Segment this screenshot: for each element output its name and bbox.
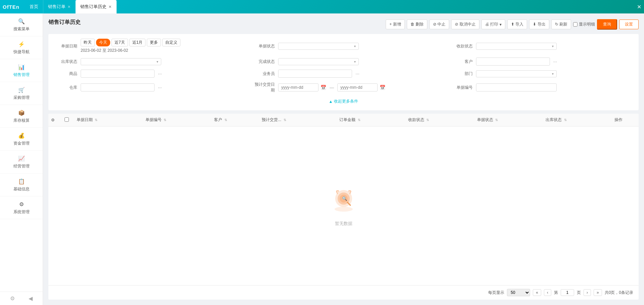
goods-control: ··· <box>81 70 238 78</box>
stop-button[interactable]: ⊘ 中止 <box>429 20 449 29</box>
date-btn-yesterday[interactable]: 昨天 <box>81 39 95 46</box>
status-control: ▾ <box>278 43 435 50</box>
order-no-label: 单据编号 <box>449 85 476 90</box>
new-button[interactable]: + 新增 <box>386 20 404 29</box>
sidebar-settings-icon[interactable]: ⚙ <box>10 295 15 302</box>
receipt-status-control: ▾ <box>476 43 633 50</box>
customer-label: 客户 <box>449 59 476 65</box>
top-bar: OfTEn 首页 销售订单 ✕ 销售订单历史 ✕ ✕ <box>0 0 644 13</box>
out-status-select[interactable]: ▾ <box>81 58 161 65</box>
warehouse-ellipsis-icon[interactable]: ··· <box>157 84 163 91</box>
first-page-btn[interactable]: « <box>533 289 541 296</box>
page-size-select[interactable]: 50 10 20 100 <box>507 289 530 296</box>
receipt-status-select[interactable]: ▾ <box>476 43 557 50</box>
status-arrow-icon: ▾ <box>354 44 356 48</box>
date-btn-custom[interactable]: 自定义 <box>162 39 180 46</box>
th-customer[interactable]: 客户 ⇅ <box>211 114 259 126</box>
goods-input[interactable] <box>81 70 155 78</box>
sidebar-item-purchase-mgmt[interactable]: 🛒 采购管理 <box>0 82 43 105</box>
quick-nav-icon: ⚡ <box>18 40 25 48</box>
th-order-status[interactable]: 单据状态 ⇅ <box>474 114 543 126</box>
tab-bar: 首页 销售订单 ✕ 销售订单历史 ✕ <box>25 0 117 13</box>
tab-sales-history[interactable]: 销售订单历史 ✕ <box>76 0 117 13</box>
refresh-button[interactable]: ↻ 刷新 <box>551 20 571 29</box>
date-btn-1month[interactable]: 近1月 <box>129 39 146 46</box>
last-page-btn[interactable]: » <box>594 289 602 296</box>
tab-home[interactable]: 首页 <box>25 0 43 13</box>
sidebar-item-quick-nav[interactable]: ⚡ 快捷导航 <box>0 36 43 59</box>
th-out-status[interactable]: 出库状态 ⇅ <box>543 114 612 126</box>
staff-input[interactable] <box>278 70 352 78</box>
status-select[interactable]: ▾ <box>278 43 359 50</box>
date-label: 单据日期 <box>54 43 81 49</box>
order-no-input[interactable] <box>476 83 557 91</box>
collapse-link[interactable]: ▲ 收起更多条件 <box>54 97 633 106</box>
complete-status-label: 完成状态 <box>251 59 278 65</box>
staff-ellipsis-icon[interactable]: ··· <box>354 70 361 77</box>
delete-button[interactable]: 🗑 删除 <box>407 20 427 29</box>
sidebar-collapse-icon[interactable]: ◀ <box>29 295 33 302</box>
print-button[interactable]: 🖨 打印 ▾ <box>481 20 505 29</box>
page-number-input[interactable] <box>561 289 574 296</box>
query-button[interactable]: 查询 <box>597 19 617 30</box>
th-order-no[interactable]: 单据编号 ⇅ <box>143 114 212 126</box>
out-status-control: ▾ <box>81 58 238 65</box>
goods-ellipsis-icon[interactable]: ··· <box>157 70 163 77</box>
pagination-bar: 每页显示 50 10 20 100 « ‹ 第 页 › » 共0页，0条记录 <box>48 285 639 300</box>
inventory-icon: 📦 <box>18 109 25 116</box>
show-detail-checkbox-label[interactable]: 显示明细 <box>573 22 595 27</box>
out-status-arrow-icon: ▾ <box>157 60 158 64</box>
search-menu-icon: 🔍 <box>18 17 25 25</box>
date-btn-more[interactable]: 更多 <box>147 39 161 46</box>
th-date[interactable]: 单据日期 ⇅ <box>74 114 143 126</box>
sidebar-item-finance[interactable]: 💰 资金管理 <box>0 128 43 151</box>
status-label: 单据状态 <box>251 43 278 49</box>
customer-input[interactable] <box>476 58 550 66</box>
th-action: 操作 <box>612 114 639 126</box>
th-amount[interactable]: 订单金额 ⇅ <box>337 114 405 126</box>
dept-select[interactable]: ▾ <box>476 70 557 77</box>
warehouse-control: ··· <box>81 83 238 91</box>
th-receipt-status[interactable]: 收款状态 ⇅ <box>405 114 474 126</box>
export-button[interactable]: ⬇ 导出 <box>529 20 549 29</box>
prev-page-btn[interactable]: ‹ <box>544 289 551 296</box>
delivery-end-input[interactable] <box>337 83 378 91</box>
customer-ellipsis-icon[interactable]: ··· <box>552 58 559 65</box>
cancel-stop-button[interactable]: ⊘ 取消中止 <box>451 20 479 29</box>
sidebar-item-operations[interactable]: 📈 经营管理 <box>0 151 43 174</box>
empty-text: 暂无数据 <box>335 221 352 227</box>
import-button[interactable]: ⬆ 导入 <box>507 20 527 29</box>
close-sales-history-tab[interactable]: ✕ <box>109 5 112 9</box>
staff-label: 业务员 <box>251 71 278 77</box>
sidebar-item-sys-mgmt[interactable]: ⚙ 系统管理 <box>0 196 43 219</box>
complete-status-arrow-icon: ▾ <box>354 60 356 64</box>
sidebar-item-inventory[interactable]: 📦 库存核算 <box>0 105 43 128</box>
delivery-end-cal-icon[interactable]: 📅 <box>380 85 385 90</box>
date-btn-7days[interactable]: 近7天 <box>112 39 128 46</box>
gear-settings-icon[interactable]: ⚙ <box>51 118 55 122</box>
th-delivery[interactable]: 预计交货... ⇅ <box>259 114 337 126</box>
sidebar-item-search-menu[interactable]: 🔍 搜索菜单 <box>0 13 43 36</box>
dept-arrow-icon: ▾ <box>552 72 554 76</box>
close-sales-order-tab[interactable]: ✕ <box>68 5 71 9</box>
setting-button[interactable]: 设置 <box>619 20 639 29</box>
complete-status-select[interactable]: ▾ <box>278 58 359 65</box>
close-window-icon[interactable]: ✕ <box>637 4 641 10</box>
show-detail-checkbox[interactable] <box>573 22 577 27</box>
sidebar-item-base-info[interactable]: 📋 基础信息 <box>0 174 43 196</box>
base-info-icon: 📋 <box>18 178 25 185</box>
order-no-control <box>476 83 633 91</box>
select-all-checkbox[interactable] <box>65 117 69 122</box>
next-page-btn[interactable]: › <box>584 289 591 296</box>
tab-sales-order[interactable]: 销售订单 ✕ <box>43 0 76 13</box>
sidebar-item-sales-mgmt[interactable]: 📊 销售管理 <box>0 59 43 82</box>
delivery-start-input[interactable] <box>278 83 318 91</box>
warehouse-input[interactable] <box>81 83 155 91</box>
data-table: ⚙ 单据日期 ⇅ 单据编号 ⇅ <box>48 114 639 126</box>
main-layout: 🔍 搜索菜单 ⚡ 快捷导航 📊 销售管理 🛒 采购管理 📦 库存核算 💰 资金管… <box>0 13 644 305</box>
dept-label: 部门 <box>449 71 476 77</box>
date-btn-group: 昨天 今天 近7天 近1月 更多 自定义 <box>81 39 180 46</box>
delivery-start-cal-icon[interactable]: 📅 <box>320 85 326 90</box>
date-btn-today[interactable]: 今天 <box>96 39 110 46</box>
sidebar: 🔍 搜索菜单 ⚡ 快捷导航 📊 销售管理 🛒 采购管理 📦 库存核算 💰 资金管… <box>0 13 43 305</box>
